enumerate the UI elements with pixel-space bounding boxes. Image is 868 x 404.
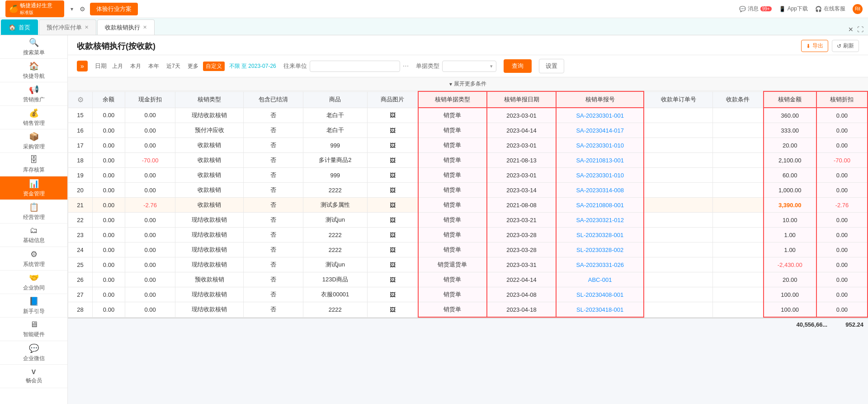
table-cell: 0.00 [93,108,125,123]
table-cell: 2023-03-01 [487,108,556,123]
sidebar-item-wechat[interactable]: 💬 企业微信 [0,341,67,365]
date-option-more[interactable]: 更多 [185,62,201,71]
table-cell[interactable]: SA-20230331-026 [556,257,644,272]
sidebar-item-search[interactable]: 🔍 搜索菜单 [0,35,67,59]
enterprise-icon: 🤝 [29,273,39,283]
tabs-bar-right: ✕ ⛶ [848,26,868,35]
filter-bar: » 日期 上月 本月 本年 近7天 更多 自定义 不限 至 2023-07-26… [68,55,868,77]
table-cell: 否 [244,272,303,287]
table-cell: 2023-04-08 [487,287,556,302]
table-cell: 0.00 [816,213,868,228]
table-cell: 0.00 [93,242,125,257]
table-cell[interactable]: SA-20230314-008 [556,183,644,198]
tab-prepay-close[interactable]: ✕ [85,24,89,30]
sidebar-item-operations[interactable]: 📋 经营管理 [0,200,67,223]
table-cell: 2021-08-08 [487,198,556,213]
date-option-last-month[interactable]: 上月 [109,62,126,71]
gear-icon[interactable]: ⚙ [80,5,85,13]
user-avatar[interactable]: Rit [853,4,863,14]
sidebar-item-finance[interactable]: 📊 资金管理 [0,176,67,200]
sidebar-item-purchase[interactable]: 📦 采购管理 [0,129,67,153]
tab-collect[interactable]: 收款核销执行 ✕ [97,19,155,35]
sidebar-item-member-label: 畅会员 [26,377,42,385]
table-cell[interactable]: SL-20230328-001 [556,228,644,242]
tab-collect-close[interactable]: ✕ [143,24,147,30]
table-cell[interactable]: SA-20230301-001 [556,108,644,123]
expand-more-bar[interactable]: ▾ 展开更多条件 [68,77,868,91]
sidebar-item-system[interactable]: ⚙ 系统管理 [0,247,67,271]
sidebar-item-quicknav[interactable]: 🏠 快捷导航 [0,59,67,82]
maximize-icon[interactable]: ⛶ [857,26,863,33]
table-row: 170.000.00收款核销否999🖼销货单2023-03-01SA-20230… [68,138,868,153]
table-cell[interactable]: SA-20210813-001 [556,153,644,168]
table-cell: 收款核销 [175,153,244,168]
table-cell: 10.00 [764,213,816,228]
date-option-this-year[interactable]: 本年 [146,62,162,71]
sidebar-item-sales[interactable]: 💰 销售管理 [0,106,67,129]
counterpart-dots[interactable]: ··· [403,62,409,70]
sidebar-item-member[interactable]: V 畅会员 [0,365,67,388]
message-item[interactable]: 💬 消息 99+ [739,5,772,13]
table-cell[interactable]: SL-20230328-002 [556,242,644,257]
date-option-this-month[interactable]: 本月 [127,62,144,71]
table-cell[interactable]: ABC-001 [556,272,644,287]
sidebar-item-enterprise[interactable]: 🤝 企业协同 [0,271,67,294]
app-label: App下载 [788,5,808,13]
page-header: 收款核销执行(按收款) ⬇ 导出 ↺ 刷新 [68,35,868,55]
table-cell [644,272,712,287]
sidebar-item-marketing[interactable]: 📢 营销推广 [0,82,67,106]
sidebar-item-hardware[interactable]: 🖥 智能硬件 [0,318,67,341]
sidebar-item-stock[interactable]: 🗄 库存核算 [0,153,67,176]
setting-button[interactable]: 设置 [539,59,564,73]
tab-collect-label: 收款核销执行 [105,24,140,32]
export-button[interactable]: ⬇ 导出 [801,40,828,52]
app-download-item[interactable]: 📱 App下载 [779,5,808,13]
sidebar-item-operations-label: 经营管理 [23,214,45,221]
table-cell: 🖼 [367,123,418,138]
table-cell: 20.00 [764,138,816,153]
table-cell: 销货退货单 [418,257,487,272]
counterpart-input[interactable] [310,61,400,72]
table-cell: 0.00 [125,168,175,183]
logo: 🍊 畅捷通好生意 标准版 [5,0,64,17]
date-option-custom[interactable]: 自定义 [203,62,225,71]
table-cell: 0.00 [125,272,175,287]
table-cell[interactable]: SA-20230321-012 [556,213,644,228]
query-button[interactable]: 查询 [504,59,532,73]
table-cell: 现结收款核销 [175,302,244,318]
table-cell[interactable]: SA-20230414-017 [556,123,644,138]
table-row: 190.000.00收款核销否999🖼销货单2023-03-01SA-20230… [68,168,868,183]
expand-more-label: 展开更多条件 [454,80,486,88]
table-cell: 预付冲应收 [175,123,244,138]
finance-icon: 📊 [29,179,39,189]
close-window-icon[interactable]: ✕ [848,26,854,33]
table-cell: 🖼 [367,198,418,213]
table-cell[interactable]: SL-20230418-001 [556,302,644,318]
sidebar-item-guide[interactable]: 📘 新手引导 [0,294,67,318]
voucher-type-select[interactable] [442,61,496,72]
service-item[interactable]: 🎧 在线客服 [815,5,845,13]
table-cell[interactable]: SL-20230408-001 [556,287,644,302]
chevron-down-icon: ▾ [449,81,452,87]
table-cell [644,153,712,168]
table-cell [644,257,712,272]
table-cell: 2023-04-18 [487,302,556,318]
table-cell: 2021-08-13 [487,153,556,168]
table-cell[interactable]: SA-20230301-010 [556,168,644,183]
member-icon: V [32,368,36,375]
table-cell: 333.00 [764,123,816,138]
trial-button[interactable]: 体验行业方案 [90,3,138,15]
logo-dropdown[interactable]: ▾ [71,6,73,12]
tab-prepay[interactable]: 预付冲应付单 ✕ [39,19,96,35]
col-settings-header[interactable]: ⚙ [68,91,93,108]
table-cell[interactable]: SA-20210808-001 [556,198,644,213]
table-cell[interactable]: SA-20230301-010 [556,138,644,153]
sidebar-item-base[interactable]: 🗂 基础信息 [0,223,67,247]
date-option-7days[interactable]: 近7天 [164,62,183,71]
expand-arrow[interactable]: » [77,61,88,71]
table-cell [644,108,712,123]
table-cell: 否 [244,302,303,318]
top-bar: 🍊 畅捷通好生意 标准版 ▾ ⚙ 体验行业方案 💬 消息 99+ 📱 App下载… [0,0,868,18]
tab-home[interactable]: 🏠 首页 [1,19,38,35]
refresh-button[interactable]: ↺ 刷新 [832,40,859,52]
